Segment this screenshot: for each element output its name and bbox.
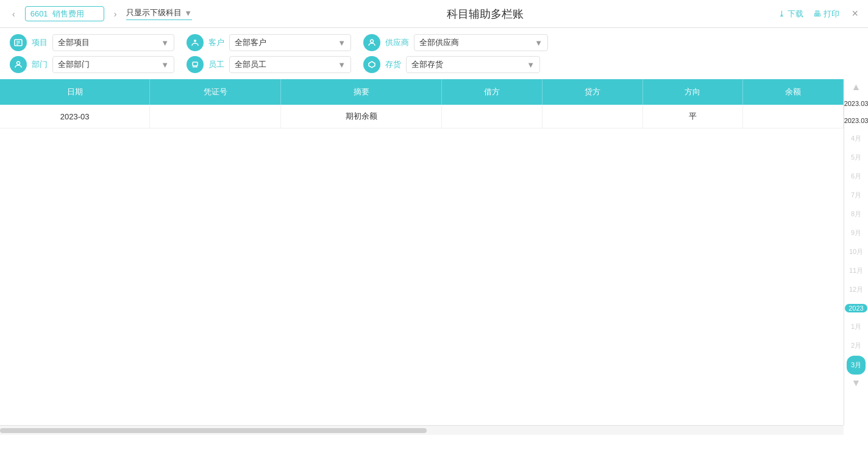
timeline-item-12[interactable]: 12月 [844, 280, 868, 299]
department-label: 部门 [32, 59, 48, 70]
cell-balance [743, 105, 844, 129]
department-value: 全部部门 [58, 59, 158, 70]
timeline-item-5[interactable]: 5月 [844, 148, 868, 167]
timeline-item-6[interactable]: 6月 [844, 167, 868, 186]
table-row: 2023-03 期初余额 平 [0, 105, 844, 129]
customer-icon [187, 34, 204, 51]
timeline-item-3-active[interactable]: 3月 [847, 356, 866, 375]
cell-date: 2023-03 [0, 105, 150, 129]
employee-label: 员工 [208, 59, 224, 70]
customer-value: 全部客户 [235, 37, 335, 48]
filter-employee: 员工 全部员工 ▼ [187, 56, 351, 73]
inventory-arrow-icon: ▼ [527, 60, 535, 69]
employee-arrow-icon: ▼ [338, 60, 346, 69]
nav-prev-button[interactable]: ‹ [10, 8, 18, 20]
customer-arrow-icon: ▼ [338, 38, 346, 48]
col-summary: 摘要 [280, 79, 441, 105]
inventory-label: 存货 [385, 59, 401, 70]
timeline-up-button[interactable]: ▲ [852, 79, 861, 95]
print-icon: 🖶 [813, 9, 821, 18]
employee-icon [187, 56, 204, 73]
svg-point-4 [371, 40, 374, 43]
timeline-item-11[interactable]: 11月 [844, 261, 868, 280]
cell-summary: 期初余额 [280, 105, 441, 129]
col-balance: 余额 [743, 79, 844, 105]
customer-select[interactable]: 全部客户 ▼ [229, 34, 351, 51]
year-badge: 2023 [845, 304, 867, 312]
col-direction: 方向 [642, 79, 743, 105]
horizontal-scrollbar[interactable] [0, 425, 844, 435]
scrollbar-thumb[interactable] [0, 428, 427, 433]
project-label: 项目 [32, 37, 48, 48]
filter-inventory: 存货 全部存货 ▼ [363, 56, 540, 73]
timeline-item-2023-03-header2[interactable]: 2023.03 [844, 112, 868, 129]
filter-row-2: 部门 全部部门 ▼ 员工 全部员工 ▼ [10, 56, 858, 73]
download-button[interactable]: ⤓ 下载 [778, 9, 803, 19]
svg-rect-6 [193, 62, 197, 66]
ledger-table: 日期 凭证号 摘要 借方 贷方 方向 余额 2023-03 期初余额 [0, 79, 844, 129]
print-label: 打印 [824, 9, 839, 19]
account-input[interactable] [25, 6, 104, 21]
timeline-sidebar: ▲ 2023.03 2023.03 4月 5月 6月 7月 8月 9月 10月 … [844, 79, 868, 425]
timeline-item-2023-03-header1[interactable]: 2023.03 [844, 95, 868, 112]
col-voucher: 凭证号 [150, 79, 280, 105]
svg-point-5 [17, 62, 20, 65]
timeline-item-4[interactable]: 4月 [844, 129, 868, 148]
col-credit: 贷方 [542, 79, 642, 105]
top-bar: ‹ › 只显示下级科目 ▼ 科目辅助多栏账 ⤓ 下载 🖶 打印 × [0, 0, 868, 28]
filter-project: 项目 全部项目 ▼ [10, 34, 174, 51]
project-value: 全部项目 [58, 37, 158, 48]
download-label: 下载 [788, 9, 803, 19]
download-icon: ⤓ [778, 9, 785, 18]
filter-area: 项目 全部项目 ▼ 客户 全部客户 ▼ [0, 28, 868, 79]
filter-department: 部门 全部部门 ▼ [10, 56, 174, 73]
timeline-item-7[interactable]: 7月 [844, 186, 868, 205]
show-sub-toggle[interactable]: 只显示下级科目 ▼ [126, 7, 192, 20]
timeline-item-1[interactable]: 1月 [844, 317, 868, 336]
inventory-select[interactable]: 全部存货 ▼ [406, 56, 540, 73]
timeline-down-button[interactable]: ▼ [852, 375, 861, 391]
supplier-value: 全部供应商 [419, 37, 532, 48]
timeline-item-8[interactable]: 8月 [844, 205, 868, 224]
show-sub-arrow-icon: ▼ [184, 9, 192, 18]
table-header-row: 日期 凭证号 摘要 借方 贷方 方向 余额 [0, 79, 844, 105]
supplier-label: 供应商 [385, 37, 409, 48]
department-select[interactable]: 全部部门 ▼ [52, 56, 174, 73]
print-button[interactable]: 🖶 打印 [813, 9, 839, 19]
department-arrow-icon: ▼ [161, 60, 169, 69]
customer-label: 客户 [208, 37, 224, 48]
close-button[interactable]: × [852, 7, 858, 20]
filter-customer: 客户 全部客户 ▼ [187, 34, 351, 51]
show-sub-label: 只显示下级科目 [126, 7, 182, 18]
supplier-select[interactable]: 全部供应商 ▼ [414, 34, 548, 51]
supplier-icon [363, 34, 380, 51]
project-arrow-icon: ▼ [161, 38, 169, 48]
department-icon [10, 56, 27, 73]
timeline-item-9[interactable]: 9月 [844, 224, 868, 242]
supplier-arrow-icon: ▼ [535, 38, 542, 48]
inventory-icon [363, 56, 380, 73]
cell-direction: 平 [642, 105, 743, 129]
col-date: 日期 [0, 79, 150, 105]
project-icon [10, 34, 27, 51]
table-container: 日期 凭证号 摘要 借方 贷方 方向 余额 2023-03 期初余额 [0, 79, 844, 425]
inventory-value: 全部存货 [411, 59, 524, 70]
cell-debit [442, 105, 542, 129]
employee-select[interactable]: 全部员工 ▼ [229, 56, 351, 73]
cell-voucher [150, 105, 280, 129]
project-select[interactable]: 全部项目 ▼ [52, 34, 174, 51]
page-title: 科目辅助多栏账 [199, 7, 771, 21]
timeline-item-2[interactable]: 2月 [844, 336, 868, 355]
top-actions: ⤓ 下载 🖶 打印 [778, 9, 839, 19]
cell-credit [542, 105, 642, 129]
nav-next-button[interactable]: › [112, 8, 119, 20]
timeline-item-10[interactable]: 10月 [844, 242, 868, 261]
timeline-year-2023[interactable]: 2023 [844, 299, 868, 317]
filter-supplier: 供应商 全部供应商 ▼ [363, 34, 548, 51]
main-window: ‹ › 只显示下级科目 ▼ 科目辅助多栏账 ⤓ 下载 🖶 打印 × [0, 0, 868, 458]
filter-row-1: 项目 全部项目 ▼ 客户 全部客户 ▼ [10, 34, 858, 51]
employee-value: 全部员工 [235, 59, 335, 70]
col-debit: 借方 [442, 79, 542, 105]
